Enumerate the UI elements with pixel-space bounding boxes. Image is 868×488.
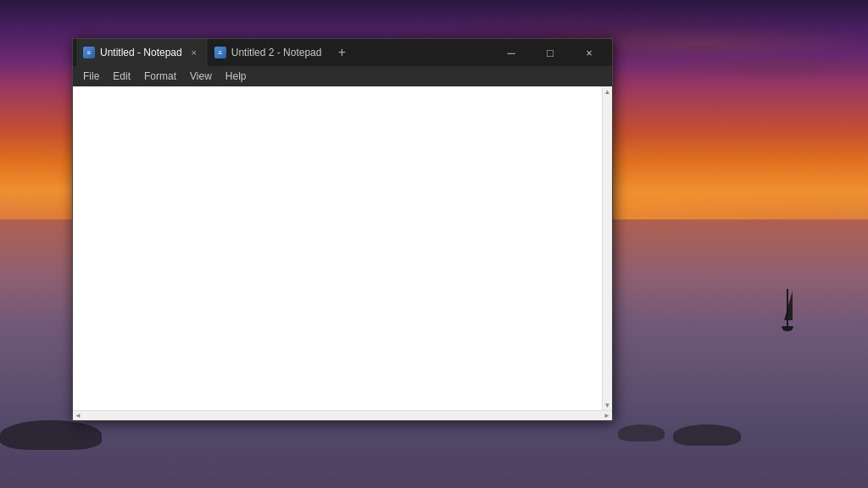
scroll-h-track[interactable] bbox=[83, 411, 602, 420]
maximize-button[interactable]: □ bbox=[531, 39, 570, 66]
scroll-v-track[interactable] bbox=[603, 97, 612, 400]
notepad-tab-icon-1 bbox=[83, 47, 95, 58]
menu-edit[interactable]: Edit bbox=[106, 68, 137, 85]
tab-untitled-2[interactable]: Untitled 2 - Notepad bbox=[208, 39, 329, 66]
scroll-left-arrow[interactable]: ◄ bbox=[73, 411, 83, 421]
text-editor[interactable] bbox=[73, 86, 602, 410]
tab-untitled-1[interactable]: Untitled - Notepad × bbox=[76, 39, 208, 66]
title-bar: Untitled - Notepad × Untitled 2 - Notepa… bbox=[73, 39, 612, 66]
menu-help[interactable]: Help bbox=[219, 68, 253, 85]
tab-1-label: Untitled - Notepad bbox=[100, 47, 182, 58]
scroll-down-arrow[interactable]: ▼ bbox=[603, 400, 613, 410]
menu-format[interactable]: Format bbox=[137, 68, 183, 85]
sailboat-sail bbox=[784, 291, 793, 320]
sailboat bbox=[779, 285, 796, 336]
rock-2 bbox=[618, 424, 665, 441]
notepad-window: Untitled - Notepad × Untitled 2 - Notepa… bbox=[72, 38, 613, 421]
vertical-scrollbar[interactable]: ▲ ▼ bbox=[602, 86, 612, 410]
notepad-tab-icon-2 bbox=[214, 47, 226, 58]
menu-view[interactable]: View bbox=[183, 68, 219, 85]
rock-1 bbox=[673, 424, 741, 446]
scroll-up-arrow[interactable]: ▲ bbox=[603, 86, 613, 97]
new-tab-button[interactable]: + bbox=[330, 41, 353, 64]
scroll-right-arrow[interactable]: ► bbox=[602, 411, 612, 421]
minimize-button[interactable]: ─ bbox=[492, 39, 531, 66]
editor-container: ▲ ▼ bbox=[73, 86, 612, 410]
window-controls: ─ □ × bbox=[492, 39, 609, 66]
horizontal-scrollbar[interactable]: ◄ ► bbox=[73, 410, 612, 420]
tab-1-close-button[interactable]: × bbox=[187, 46, 201, 59]
sailboat-hull bbox=[782, 326, 793, 331]
close-button[interactable]: × bbox=[570, 39, 609, 66]
rock-3 bbox=[0, 420, 102, 450]
menu-bar: File Edit Format View Help bbox=[73, 66, 612, 86]
menu-file[interactable]: File bbox=[76, 68, 106, 85]
tab-2-label: Untitled 2 - Notepad bbox=[231, 47, 322, 58]
